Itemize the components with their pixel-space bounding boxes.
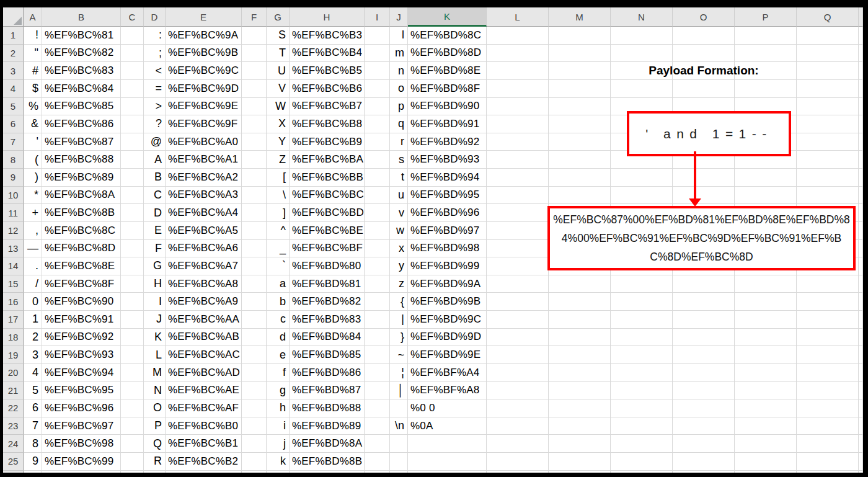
cell-char[interactable]: $ xyxy=(24,80,42,98)
cell-char[interactable]: Y xyxy=(267,133,290,151)
cell-empty[interactable] xyxy=(365,382,390,400)
cell-char[interactable]: i xyxy=(267,417,290,435)
row-header[interactable]: 17 xyxy=(3,311,24,329)
cell-empty[interactable] xyxy=(365,293,390,311)
cell-empty[interactable] xyxy=(797,133,859,151)
cell-encoding[interactable]: %EF%BD%9E xyxy=(408,346,487,364)
cell-encoding[interactable]: %EF%BC%84 xyxy=(42,80,121,98)
cell-encoding[interactable]: %EF%BC%AA xyxy=(166,311,242,329)
cell-encoding[interactable]: %EF%BC%92 xyxy=(42,329,121,347)
cell-encoding[interactable]: %EF%BC%B3 xyxy=(290,27,365,45)
cell-char[interactable]: ) xyxy=(24,169,42,187)
cell-encoding[interactable]: %EF%BD%80 xyxy=(290,257,365,275)
cell-empty[interactable] xyxy=(365,169,390,187)
column-header-q[interactable]: Q xyxy=(797,7,859,27)
cell-empty[interactable] xyxy=(242,346,267,364)
cell-encoding[interactable]: %EF%BC%AF xyxy=(166,399,242,417)
cell-empty[interactable] xyxy=(549,115,611,133)
cell-encoding[interactable]: %EF%BC%88 xyxy=(42,151,121,169)
cell-encoding[interactable]: %EF%BD%83 xyxy=(290,311,365,329)
cell-empty[interactable] xyxy=(365,329,390,347)
cell-encoding[interactable] xyxy=(408,453,487,471)
cell-empty[interactable] xyxy=(365,187,390,205)
cell-empty[interactable] xyxy=(242,382,267,400)
column-header-m[interactable]: M xyxy=(549,7,611,27)
cell-empty[interactable] xyxy=(365,453,390,471)
cell-encoding[interactable]: %EF%BD%8C xyxy=(408,27,487,45)
cell-empty[interactable] xyxy=(365,45,390,63)
cell-encoding[interactable]: %EF%BC%B2 xyxy=(166,453,242,471)
cell-empty[interactable] xyxy=(797,382,859,400)
cell-empty[interactable] xyxy=(735,453,797,471)
cell-empty[interactable] xyxy=(242,399,267,417)
cell-empty[interactable] xyxy=(121,222,144,240)
cell-encoding[interactable] xyxy=(408,435,487,453)
cell-empty[interactable] xyxy=(673,187,735,205)
cell-encoding[interactable]: %EF%BC%86 xyxy=(42,115,121,133)
cell-encoding[interactable]: %EF%BC%9E xyxy=(166,98,242,116)
cell-empty[interactable] xyxy=(549,382,611,400)
cell-encoding[interactable]: %EF%BC%8D xyxy=(42,240,121,258)
row-header[interactable]: 2 xyxy=(3,45,24,63)
cell-empty[interactable] xyxy=(242,204,267,222)
cell-encoding[interactable]: %EF%BC%8A xyxy=(42,187,121,205)
cell-char[interactable]: ^ xyxy=(267,222,290,240)
column-header-n[interactable]: N xyxy=(611,7,673,27)
cell-empty[interactable] xyxy=(242,453,267,471)
cell-encoding[interactable]: %EF%BC%83 xyxy=(42,62,121,80)
cell-empty[interactable] xyxy=(735,169,797,187)
cell-char[interactable]: X xyxy=(267,115,290,133)
cell-empty[interactable] xyxy=(121,382,144,400)
cell-char[interactable]: / xyxy=(24,275,42,293)
cell-empty[interactable] xyxy=(673,80,735,98)
cell-empty[interactable] xyxy=(673,364,735,382)
cell-encoding[interactable]: %EF%BD%88 xyxy=(290,399,365,417)
cell-empty[interactable] xyxy=(673,346,735,364)
cell-empty[interactable] xyxy=(549,329,611,347)
cell-encoding[interactable]: %EF%BC%94 xyxy=(42,364,121,382)
cell-encoding[interactable]: %EF%BC%91 xyxy=(42,311,121,329)
cell-char[interactable]: s xyxy=(390,151,408,169)
cell-char[interactable]: 1 xyxy=(24,311,42,329)
cell-char[interactable]: N xyxy=(144,382,166,400)
cell-encoding[interactable]: %EF%BC%A4 xyxy=(166,204,242,222)
cell-empty[interactable] xyxy=(549,133,611,151)
cell-empty[interactable] xyxy=(242,275,267,293)
column-header-k[interactable]: K xyxy=(408,7,487,27)
payload-encoded-shape[interactable]: %EF%BC%87%00%EF%BD%81%EF%BD%8E%EF%BD%84%… xyxy=(547,206,856,270)
cell-empty[interactable] xyxy=(549,293,611,311)
cell-empty[interactable] xyxy=(549,187,611,205)
cell-char[interactable]: ` xyxy=(267,257,290,275)
cell-empty[interactable] xyxy=(487,311,549,329)
cell-empty[interactable] xyxy=(797,329,859,347)
cell-encoding[interactable]: %EF%BC%B4 xyxy=(290,45,365,63)
column-header-c[interactable]: C xyxy=(121,7,144,27)
cell-empty[interactable] xyxy=(487,346,549,364)
cell-encoding[interactable]: %EF%BC%BD xyxy=(290,204,365,222)
cell-empty[interactable] xyxy=(797,453,859,471)
cell-char[interactable]: 6 xyxy=(24,399,42,417)
cell-char[interactable]: y xyxy=(390,257,408,275)
cell-encoding[interactable]: %EF%BC%87 xyxy=(42,133,121,151)
row-header[interactable]: 20 xyxy=(3,364,24,382)
column-header-j[interactable]: J xyxy=(390,7,408,27)
cell-encoding[interactable]: %EF%BC%B1 xyxy=(166,435,242,453)
cell-empty[interactable] xyxy=(487,27,549,45)
cell-empty[interactable] xyxy=(242,115,267,133)
cell-empty[interactable] xyxy=(121,204,144,222)
cell-char[interactable]: ' xyxy=(24,133,42,151)
cell-char[interactable] xyxy=(390,435,408,453)
cell-empty[interactable] xyxy=(121,364,144,382)
cell-encoding[interactable]: %EF%BC%85 xyxy=(42,98,121,116)
cell-empty[interactable] xyxy=(549,27,611,45)
payload-source-shape[interactable]: ' and 1=1-- xyxy=(627,111,791,156)
cell-char[interactable]: u xyxy=(390,187,408,205)
cell-encoding[interactable]: %EF%BC%A0 xyxy=(166,133,242,151)
column-header-e[interactable]: E xyxy=(166,7,242,27)
cell-encoding[interactable]: %EF%BD%8D xyxy=(408,45,487,63)
cell-empty[interactable] xyxy=(549,417,611,435)
column-header-f[interactable]: F xyxy=(242,7,267,27)
cell-empty[interactable] xyxy=(121,98,144,116)
cell-char[interactable]: { xyxy=(390,293,408,311)
cell-char[interactable]: Q xyxy=(144,435,166,453)
